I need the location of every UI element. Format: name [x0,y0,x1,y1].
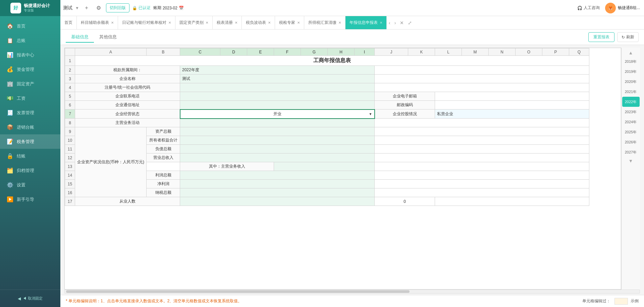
tab-tax-wave-close[interactable]: ✕ [268,21,271,25]
cell-16c[interactable] [180,188,375,197]
col-header-j[interactable]: J [375,48,408,56]
year-2022[interactable]: 2022年 [622,97,640,107]
tab-close-all-button[interactable]: ✕ [398,16,406,30]
year-2020[interactable]: 2020年 [622,77,640,87]
cell-7l[interactable]: 私营企业 [435,109,589,119]
col-header-p[interactable]: P [542,48,569,56]
sidebar-item-archive[interactable]: 🗂️ 归档管理 [0,163,60,178]
spreadsheet-area: A B C D E F G H I J K L [64,48,640,290]
tab-income-tax[interactable]: 所得税汇算清缴 ✕ [304,16,345,30]
col-header-l[interactable]: L [435,48,462,56]
sidebar-item-guide[interactable]: ▶️ 新手引导 [0,192,60,207]
cell-9c[interactable] [180,127,375,136]
tab-journal-close[interactable]: ✕ [168,21,171,25]
col-header-c[interactable]: C [180,48,220,56]
tab-tax-expert[interactable]: 税检专家 ✕ [275,16,304,30]
year-scroll-up[interactable]: ▲ [625,49,637,56]
cell-11c[interactable] [180,145,375,154]
module-dropdown-icon[interactable]: ▼ [75,6,79,10]
year-2021[interactable]: 2021年 [622,87,640,97]
col-header-b[interactable]: B [147,48,180,56]
sidebar-item-report[interactable]: 📊 报表中心 [0,48,60,62]
col-header-d[interactable]: D [220,48,247,56]
cell-15c[interactable] [180,180,375,188]
add-button[interactable]: ＋ [82,3,91,13]
sidebar-item-assets[interactable]: 🏢 固定资产 [0,77,60,91]
cell-5c[interactable] [180,92,375,101]
tab-aux-close[interactable]: ✕ [111,21,114,25]
guide-icon: ▶️ [7,196,13,203]
col-header-g[interactable]: G [301,48,328,56]
tab-annual-close[interactable]: ✕ [380,21,382,25]
sidebar-collapse-button[interactable]: ◀ ◀ 取消固定 [0,293,60,304]
cell-3c[interactable]: 测试 [180,75,375,83]
tab-prev-button[interactable]: ‹ [387,16,392,30]
year-2027[interactable]: 2027年 [622,147,640,157]
cell-6l[interactable] [435,101,589,109]
col-header-i[interactable]: I [355,48,375,56]
refresh-button[interactable]: ↻ 刷新 [617,32,639,42]
year-2026[interactable]: 2026年 [622,137,640,147]
cell-6c[interactable] [180,101,375,109]
cell-4c[interactable] [180,83,375,92]
tab-income-tax-close[interactable]: ✕ [338,21,341,25]
user-info[interactable]: 🦊 畅捷通B组... [605,3,640,13]
service-button[interactable]: 🎧 人工咨询 [577,5,600,11]
tab-next-button[interactable]: › [392,16,398,30]
sidebar-item-home[interactable]: 🏠 首页 [0,19,60,33]
year-2019[interactable]: 2019年 [622,67,640,77]
year-2023[interactable]: 2023年 [622,107,640,117]
col-header-q[interactable]: Q [569,48,589,56]
sidebar-item-salary[interactable]: 💵 工资 [0,91,60,105]
col-header-k[interactable]: K [408,48,435,56]
cell-10c[interactable] [180,136,375,145]
sidebar-item-close[interactable]: 🔒 结账 [0,149,60,163]
year-2024[interactable]: 2024年 [622,117,640,127]
cell-2c[interactable]: 2022年度 [180,66,375,75]
year-2018[interactable]: 2018年 [622,56,640,67]
cell-5l[interactable] [435,92,589,101]
tab-expand-button[interactable]: ⤢ [406,16,414,30]
col-header-e[interactable]: E [247,48,274,56]
cell-17c[interactable] [180,197,375,206]
sidebar-item-invoice[interactable]: 🧾 发票管理 [0,105,60,120]
tab-tax-wave[interactable]: 税负波动表 ✕ [242,16,275,30]
tab-tax-expert-close[interactable]: ✕ [297,21,300,25]
cell-14c[interactable] [180,171,375,180]
cell-12c[interactable] [180,154,375,162]
sidebar-item-capital[interactable]: 💰 资金管理 [0,62,60,77]
tab-tax-table[interactable]: 税表清册 ✕ [213,16,242,30]
year-scroll-down[interactable]: ▼ [625,157,637,165]
col-header-o[interactable]: O [516,48,542,56]
tab-fixed-cat[interactable]: 固定资产类别 ✕ [175,16,213,30]
tab-home[interactable]: 首页 [60,16,77,30]
reset-report-button[interactable]: 重置报表 [588,32,614,42]
switch-version-button[interactable]: 切到旧版 [106,3,129,12]
col-header-m[interactable]: M [462,48,489,56]
sidebar-item-ledger[interactable]: 📋 总账 [0,33,60,48]
sidebar-item-tax[interactable]: 📝 税务管理 [0,134,60,149]
col-header-a[interactable]: A [75,48,147,56]
cell-title[interactable]: 工商年报信息表 [75,56,589,66]
col-header-n[interactable]: N [489,48,516,56]
cell-13f[interactable] [274,162,375,171]
col-header-f[interactable]: F [274,48,301,56]
scroll-thumb[interactable] [66,290,410,293]
sidebar-item-settings[interactable]: ⚙️ 设置 [0,178,60,192]
calendar-icon[interactable]: 📅 [179,6,184,10]
tab-fixed-cat-close[interactable]: ✕ [206,21,208,25]
tab-tax-table-close[interactable]: ✕ [235,21,237,25]
tab-annual[interactable]: 年报信息申报表 ✕ [345,16,387,30]
sidebar-item-purchase[interactable]: 📦 进销台账 [0,120,60,134]
spreadsheet-container[interactable]: A B C D E F G H I J K L [64,48,621,290]
horizontal-scrollbar[interactable] [64,290,640,294]
sub-tab-other[interactable]: 其他信息 [94,32,122,43]
cell-7c-dropdown[interactable]: 开业 ▼ [180,109,375,119]
col-header-h[interactable]: H [328,48,355,56]
tab-journal[interactable]: 日记账与银行对账单核对 ✕ [118,16,175,30]
settings-icon[interactable]: ⚙ [94,3,103,13]
year-2025[interactable]: 2025年 [622,127,640,137]
sub-tab-basic[interactable]: 基础信息 [66,32,94,43]
cell-8c[interactable] [180,119,375,127]
tab-aux[interactable]: 科目辅助余额表 ✕ [77,16,118,30]
